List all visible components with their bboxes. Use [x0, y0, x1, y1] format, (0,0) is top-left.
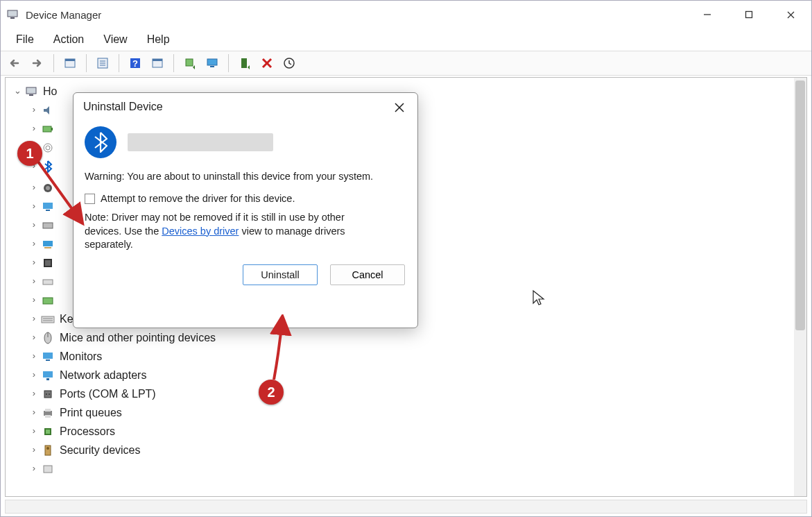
svg-rect-19	[241, 58, 247, 68]
mouse-icon	[40, 331, 55, 345]
properties-icon[interactable]	[94, 54, 112, 72]
titlebar: Device Manager	[1, 1, 811, 28]
expand-icon[interactable]: ›	[28, 180, 40, 195]
display-adapter-icon	[40, 237, 55, 251]
expand-icon[interactable]: ›	[28, 121, 40, 136]
svg-rect-18	[210, 66, 214, 67]
expand-icon[interactable]: ›	[28, 237, 40, 251]
scrollbar-thumb[interactable]	[795, 80, 805, 330]
expand-icon[interactable]: ›	[28, 405, 40, 420]
scan-hardware-icon[interactable]	[280, 54, 298, 72]
tree-item-security[interactable]: ›Security devices	[8, 441, 804, 459]
forward-icon[interactable]	[28, 54, 46, 72]
monitor-icon[interactable]	[203, 54, 221, 72]
enable-device-icon[interactable]	[236, 54, 254, 72]
svg-rect-26	[51, 128, 53, 130]
svg-rect-0	[8, 10, 17, 17]
expand-icon[interactable]: ›	[28, 293, 40, 307]
show-hidden-icon[interactable]	[61, 54, 79, 72]
close-button[interactable]	[770, 1, 811, 28]
dialog-warning-text: Warning: You are about to uninstall this…	[85, 171, 406, 182]
tree-item-network[interactable]: ›Network adapters	[8, 366, 804, 384]
svg-point-50	[46, 393, 47, 395]
device-name-redacted	[128, 133, 273, 151]
battery-icon	[40, 122, 55, 136]
cursor-icon	[532, 289, 546, 308]
cancel-button[interactable]: Cancel	[330, 264, 405, 285]
svg-rect-46	[46, 359, 50, 361]
expand-icon[interactable]: ›	[28, 424, 40, 439]
svg-rect-17	[207, 59, 217, 65]
tree-item-label: Ports (COM & LPT)	[60, 385, 156, 403]
vertical-scrollbar[interactable]	[794, 78, 806, 496]
tree-item-processors[interactable]: ›Processors	[8, 422, 804, 441]
svg-point-30	[46, 186, 50, 190]
svg-rect-16	[186, 59, 193, 66]
uninstall-device-dialog: Uninstall Device Warning: You are about …	[73, 92, 418, 328]
expand-icon[interactable]: ›	[28, 103, 40, 117]
expand-icon[interactable]: ›	[28, 387, 40, 401]
dialog-close-button[interactable]	[386, 96, 413, 119]
biometric-icon	[40, 141, 55, 155]
expand-icon[interactable]: ›	[28, 218, 40, 232]
window-controls	[686, 1, 811, 28]
svg-rect-25	[43, 126, 51, 132]
tree-item-label: Print queues	[60, 404, 122, 422]
expand-icon[interactable]: ›	[28, 330, 40, 345]
tree-item[interactable]: ›	[8, 459, 804, 478]
tree-root-label: Ho	[43, 83, 57, 101]
uninstall-device-icon[interactable]	[258, 54, 276, 72]
port-icon	[40, 387, 55, 401]
tree-item-monitors[interactable]: ›Monitors	[8, 347, 804, 366]
svg-rect-34	[43, 241, 53, 246]
tree-item-printqueues[interactable]: ›Print queues	[8, 403, 804, 422]
svg-point-28	[46, 146, 50, 150]
expand-icon[interactable]: ›	[28, 349, 40, 364]
svg-rect-1	[10, 17, 15, 19]
svg-rect-45	[43, 353, 53, 359]
expand-icon[interactable]: ›	[28, 255, 40, 270]
collapse-icon[interactable]: ⌄	[11, 84, 24, 99]
svg-rect-31	[43, 203, 53, 209]
expand-icon[interactable]: ›	[28, 199, 40, 214]
svg-rect-39	[43, 298, 53, 304]
update-driver-icon[interactable]	[181, 54, 199, 72]
keyboard-icon	[40, 312, 55, 326]
expand-icon[interactable]: ›	[28, 368, 40, 382]
maximize-button[interactable]	[728, 1, 770, 28]
menu-action[interactable]: Action	[45, 31, 92, 49]
devices-by-driver-link[interactable]: Devices by driver	[162, 226, 239, 237]
uninstall-button[interactable]: Uninstall	[243, 264, 318, 285]
scan-icon[interactable]	[148, 54, 166, 72]
dialog-note: Note: Driver may not be removed if it is…	[85, 211, 383, 252]
svg-rect-59	[44, 466, 52, 473]
tree-item-ports[interactable]: ›Ports (COM & LPT)	[8, 384, 804, 403]
svg-rect-35	[44, 247, 51, 248]
back-icon[interactable]	[6, 54, 24, 72]
window-title: Device Manager	[26, 9, 101, 21]
camera-icon	[40, 181, 55, 195]
menu-file[interactable]: File	[8, 31, 42, 49]
remove-driver-checkbox[interactable]	[85, 194, 95, 204]
expand-icon[interactable]: ›	[28, 274, 40, 289]
menu-view[interactable]: View	[95, 31, 135, 49]
disk-icon	[40, 219, 55, 232]
hid-icon	[40, 275, 55, 289]
monitor-icon	[40, 350, 55, 364]
bluetooth-icon	[85, 126, 116, 158]
svg-rect-24	[29, 94, 33, 96]
expand-icon[interactable]: ›	[28, 461, 40, 476]
menu-help[interactable]: Help	[139, 31, 178, 49]
help-icon[interactable]: ?	[126, 54, 144, 72]
expand-icon[interactable]: ›	[28, 443, 40, 457]
minimize-button[interactable]	[686, 1, 728, 28]
svg-rect-15	[153, 59, 162, 61]
expand-icon[interactable]: ›	[28, 312, 40, 326]
svg-rect-32	[46, 210, 50, 211]
annotation-step-1: 1	[17, 141, 42, 166]
tree-item-mice[interactable]: ›Mice and other pointing devices	[8, 328, 804, 347]
svg-rect-33	[43, 223, 53, 228]
tree-item-label: Security devices	[60, 441, 141, 459]
dialog-title: Uninstall Device	[74, 93, 417, 121]
svg-rect-37	[45, 260, 51, 266]
